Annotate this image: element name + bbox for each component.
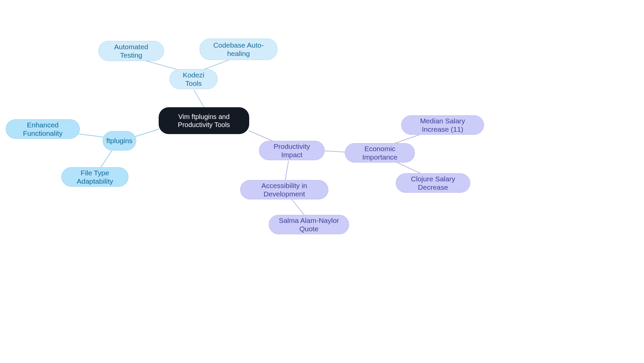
svg-line-5	[101, 147, 114, 168]
salma-quote-node[interactable]: Salma Alam-Naylor Quote	[269, 215, 349, 234]
root-node[interactable]: Vim ftplugins and Productivity Tools	[159, 107, 249, 134]
economic-importance-node[interactable]: Economic Importance	[345, 143, 415, 163]
clojure-salary-node[interactable]: Clojure Salary Decrease	[396, 173, 470, 193]
svg-line-0	[194, 90, 204, 107]
svg-line-7	[285, 161, 288, 181]
accessibility-node[interactable]: Accessibility in Development	[240, 180, 328, 199]
median-salary-node[interactable]: Median Salary Increase (11)	[401, 115, 484, 135]
codebase-auto-healing-node[interactable]: Codebase Auto-healing	[200, 39, 277, 60]
svg-line-2	[205, 60, 230, 69]
automated-testing-node[interactable]: Automated Testing	[98, 41, 164, 61]
file-type-adaptability-node[interactable]: File Type Adaptability	[61, 167, 128, 187]
ftplugins-node[interactable]: ftplugins	[103, 131, 136, 150]
kodezi-node[interactable]: Kodezi Tools	[169, 69, 218, 89]
svg-line-3	[132, 129, 159, 137]
svg-line-8	[292, 199, 305, 216]
productivity-impact-node[interactable]: Productivity Impact	[259, 141, 325, 160]
svg-line-1	[144, 60, 178, 70]
enhanced-functionality-node[interactable]: Enhanced Functionality	[6, 119, 80, 139]
